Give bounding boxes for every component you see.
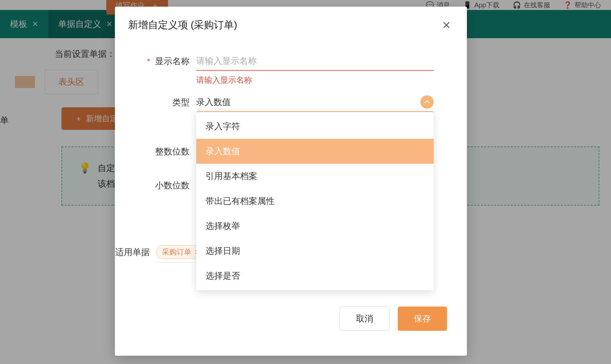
display-name-error: 请输入显示名称 bbox=[196, 75, 434, 85]
chevron-up-icon bbox=[420, 95, 434, 109]
cancel-button[interactable]: 取消 bbox=[340, 307, 390, 331]
modal-body: * 显示名称 请输入显示名称 类型 录入数值 bbox=[115, 42, 467, 273]
modal-overlay: 新增自定义项 (采购订单) ✕ * 显示名称 请输入显示名称 类型 录入数值 bbox=[0, 0, 611, 364]
type-select[interactable]: 录入数值 bbox=[196, 92, 434, 113]
applicable-label: 适用单据 bbox=[98, 246, 156, 258]
display-name-label: * 显示名称 bbox=[138, 55, 196, 67]
type-selected-value: 录入数值 bbox=[196, 96, 231, 108]
field-display-name: * 显示名称 bbox=[138, 52, 434, 71]
add-custom-field-modal: 新增自定义项 (采购订单) ✕ * 显示名称 请输入显示名称 类型 录入数值 bbox=[115, 7, 467, 356]
close-icon[interactable]: ✕ bbox=[442, 20, 451, 31]
dec-digits-label: 小数位数 bbox=[138, 180, 196, 191]
display-name-input[interactable] bbox=[196, 52, 434, 71]
dropdown-option-text[interactable]: 录入字符 bbox=[196, 114, 434, 139]
field-type: 类型 录入数值 录入字符 录入数值 引用基本档案 带出已有档案属性 选择枚举 bbox=[138, 92, 434, 113]
modal-title: 新增自定义项 (采购订单) bbox=[128, 18, 237, 32]
required-asterisk: * bbox=[147, 57, 150, 66]
dropdown-option-enum[interactable]: 选择枚举 bbox=[196, 214, 434, 238]
modal-header: 新增自定义项 (采购订单) ✕ bbox=[115, 7, 467, 42]
dropdown-option-archive-attr[interactable]: 带出已有档案属性 bbox=[196, 189, 434, 214]
dropdown-option-reference[interactable]: 引用基本档案 bbox=[196, 164, 434, 189]
dropdown-option-boolean[interactable]: 选择是否 bbox=[196, 263, 434, 288]
dropdown-option-date[interactable]: 选择日期 bbox=[196, 238, 434, 263]
type-dropdown: 录入字符 录入数值 引用基本档案 带出已有档案属性 选择枚举 选择日期 选择是否 bbox=[196, 111, 434, 290]
int-digits-label: 整数位数 bbox=[138, 146, 196, 157]
dropdown-option-number[interactable]: 录入数值 bbox=[196, 139, 434, 164]
save-button[interactable]: 保存 bbox=[398, 307, 447, 331]
type-label: 类型 bbox=[138, 97, 196, 108]
